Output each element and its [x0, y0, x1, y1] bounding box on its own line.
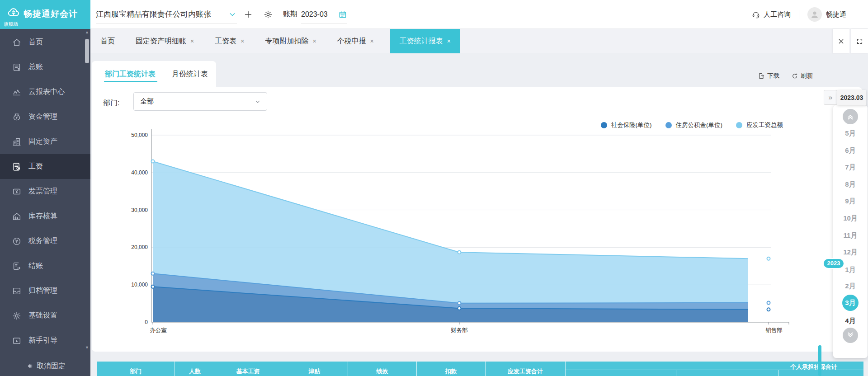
tab-1[interactable]: 固定资产明细账×: [131, 29, 198, 53]
company-name: 江西服宝精品有限责任公司内账张: [96, 9, 211, 19]
download-button[interactable]: 下载: [758, 72, 779, 80]
svg-text:10,000: 10,000: [131, 282, 148, 288]
sidebar-item-label: 发票管理: [28, 187, 57, 196]
table-column-header: 津贴: [281, 362, 348, 376]
tab-2[interactable]: 工资表×: [210, 29, 249, 53]
period-value: 2023-03: [301, 10, 328, 19]
close-tab-icon[interactable]: ×: [241, 38, 244, 45]
period-picker[interactable]: 2023-03: [301, 5, 347, 24]
table-column-label: 基本工资: [215, 367, 281, 376]
month-item[interactable]: 6月: [833, 146, 868, 155]
report-tools: 下载 刷新: [746, 72, 813, 80]
month-item[interactable]: 4月: [833, 316, 868, 325]
current-period-box[interactable]: 2023.03: [837, 90, 866, 105]
month-item[interactable]: 7月: [833, 163, 868, 172]
sidebar-item-fund[interactable]: 资金管理: [0, 104, 90, 129]
svg-text:40,000: 40,000: [131, 169, 148, 176]
company-selector[interactable]: 江西服宝精品有限责任公司内账张: [96, 5, 237, 24]
month-item[interactable]: 11月: [833, 231, 868, 240]
salary-area-chart: 010,00020,00030,00040,00050,000办公室财务部销售部: [90, 126, 868, 343]
svg-text:销售部: 销售部: [765, 327, 783, 334]
app-logo: 畅捷通好会计 旗舰版: [0, 0, 90, 29]
tab-month-stats[interactable]: 月份统计表: [172, 70, 208, 79]
collapse-icon: »: [829, 94, 833, 102]
tab-4[interactable]: 个税申报×: [333, 29, 378, 53]
month-item[interactable]: 5月: [833, 129, 868, 138]
tab-0[interactable]: 首页: [96, 29, 119, 53]
close-tab-icon[interactable]: ×: [447, 38, 451, 45]
salary-icon: [12, 162, 22, 172]
sidebar-item-fixed-asset[interactable]: 固定资产: [0, 129, 90, 154]
sidebar-item-guide[interactable]: 新手引导: [0, 328, 90, 353]
ledger-icon: [12, 62, 22, 72]
tab-department-stats[interactable]: 部门工资统计表: [105, 70, 156, 79]
chart-y-tick-labels: 010,00020,00030,00040,00050,000: [131, 132, 148, 325]
svg-text:50,000: 50,000: [131, 132, 148, 138]
sidebar-item-settings[interactable]: 基础设置: [0, 303, 90, 328]
add-account-button[interactable]: [243, 9, 253, 19]
sidebar-item-tax[interactable]: 税务管理: [0, 229, 90, 254]
sidebar-item-cloud-report[interactable]: 云报表中心: [0, 80, 90, 104]
sidebar-item-archive[interactable]: 归档管理: [0, 278, 90, 303]
open-tabs: 首页固定资产明细账×工资表×专项附加扣除×个税申报×工资统计报表×: [96, 29, 460, 53]
sidebar-item-closing[interactable]: 结账: [0, 254, 90, 278]
month-item[interactable]: 9月: [833, 197, 868, 206]
department-filter-label: 部门:: [103, 99, 119, 108]
sidebar-unpin-button[interactable]: 取消固定: [0, 356, 90, 376]
month-item[interactable]: 2月: [833, 282, 868, 291]
sidebar: 畅捷通好会计 旗舰版 首页总账云报表中心资金管理固定资产工资发票管理库存核算税务…: [0, 0, 90, 376]
report-area: 部门工资统计表 月份统计表 下载 刷新 部门: 全部 社会保险(单位)住房公积金…: [90, 53, 868, 376]
sidebar-item-home[interactable]: 首页: [0, 30, 90, 55]
sidebar-item-ledger[interactable]: 总账: [0, 55, 90, 80]
table-column-header: 扣款: [417, 362, 486, 376]
department-select-value: 全部: [140, 97, 154, 106]
sidebar-item-invoice[interactable]: 发票管理: [0, 179, 90, 204]
support-link[interactable]: 人工咨询: [764, 10, 791, 19]
sidebar-scroll-up-icon[interactable]: ▲: [84, 30, 90, 34]
svg-text:0: 0: [145, 319, 148, 325]
tax-icon: [12, 236, 22, 246]
scroll-months-down-button[interactable]: [843, 328, 858, 343]
table-column-label: 部门: [97, 367, 175, 376]
close-tab-icon[interactable]: ×: [190, 38, 194, 45]
scroll-months-up-button[interactable]: [843, 109, 858, 124]
month-panel: 5月6月7月8月9月10月11月12月1月2月3月4月: [833, 105, 868, 358]
table-column-header: 基本工资: [215, 362, 281, 376]
month-item[interactable]: 3月: [842, 295, 859, 311]
sidebar-item-inventory[interactable]: 库存核算: [0, 204, 90, 229]
chart-x-tick-labels: 办公室财务部销售部: [150, 327, 783, 334]
fullscreen-button[interactable]: [851, 29, 868, 53]
month-item[interactable]: 10月: [833, 214, 868, 223]
refresh-icon: [791, 72, 798, 80]
refresh-button[interactable]: 刷新: [791, 72, 813, 80]
sidebar-item-label: 税务管理: [28, 236, 57, 246]
open-tabs-bar: 首页固定资产明细账×工资表×专项附加扣除×个税申报×工资统计报表×: [90, 29, 868, 53]
home-icon: [12, 38, 22, 47]
cloud-report-icon: [12, 87, 22, 97]
refresh-label: 刷新: [801, 72, 813, 80]
sidebar-scrollbar-thumb[interactable]: [85, 39, 89, 63]
department-select[interactable]: 全部: [133, 92, 267, 111]
sidebar-item-salary[interactable]: 工资: [0, 154, 90, 179]
close-icon: [837, 38, 845, 45]
username[interactable]: 畅捷通: [826, 10, 846, 19]
headset-icon: [751, 10, 760, 19]
settings-gear-icon[interactable]: [263, 9, 273, 19]
close-tab-icon[interactable]: ×: [312, 38, 316, 45]
collapse-month-panel-button[interactable]: »: [824, 90, 837, 105]
svg-text:财务部: 财务部: [451, 327, 468, 334]
table-subcolumn-separator: [676, 370, 676, 376]
closing-icon: [12, 261, 22, 271]
tab-3[interactable]: 专项附加扣除×: [260, 29, 321, 53]
content-scrollbar-thumb[interactable]: [818, 345, 821, 376]
tab-5[interactable]: 工资统计报表×: [390, 29, 460, 53]
close-all-button[interactable]: [833, 29, 849, 53]
table-column-label: 津贴: [281, 367, 348, 376]
close-tab-icon[interactable]: ×: [370, 38, 374, 45]
month-item[interactable]: 8月: [833, 180, 868, 189]
sidebar-item-label: 工资: [28, 162, 43, 171]
avatar[interactable]: [807, 7, 822, 22]
month-item[interactable]: 12月: [833, 248, 868, 257]
sidebar-scroll-down-icon[interactable]: ▼: [84, 345, 90, 350]
sidebar-menu: 首页总账云报表中心资金管理固定资产工资发票管理库存核算税务管理结账归档管理基础设…: [0, 30, 90, 353]
